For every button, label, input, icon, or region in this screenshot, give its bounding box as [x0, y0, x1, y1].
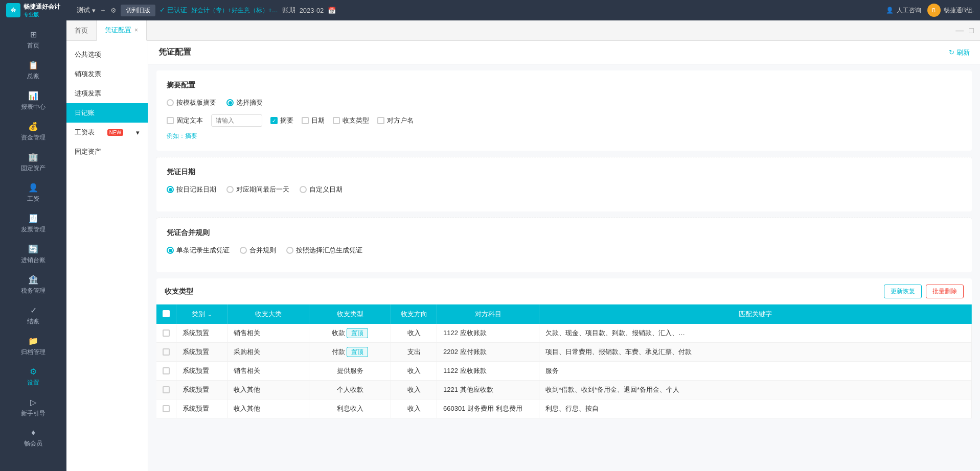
th-major: 收支大类	[227, 304, 309, 324]
checkbox-income-type[interactable]: 收支类型	[333, 116, 369, 125]
expand-icon: ▾	[136, 129, 140, 136]
sidebar-item-payroll[interactable]: 👤 工资	[0, 178, 66, 208]
row-direction: 收入	[391, 399, 437, 418]
sidebar-item-purchase-sale[interactable]: 🔄 进销台账	[0, 239, 66, 270]
sidebar-item-home[interactable]: ⊞ 首页	[0, 25, 66, 55]
invoice-icon: 🧾	[28, 214, 38, 223]
radio-journal-date[interactable]: 按日记账日期	[167, 185, 216, 194]
radio-period-last[interactable]: 对应期间最后一天	[226, 185, 289, 194]
sidebar-item-settings[interactable]: ⚙ 设置	[0, 362, 66, 392]
radio-circle-custom	[300, 186, 307, 193]
update-restore-btn[interactable]: 更新恢复	[884, 285, 922, 298]
left-menu-item-public[interactable]: 公共选项	[66, 45, 148, 64]
consult-btn[interactable]: 👤 人工咨询	[886, 6, 921, 15]
sidebar-item-general-ledger[interactable]: 📋 总账	[0, 55, 66, 86]
row-checkbox-cell[interactable]	[156, 362, 176, 381]
settings-icon[interactable]: ⚙	[110, 7, 117, 14]
batch-delete-btn[interactable]: 批量删除	[926, 285, 964, 298]
radio-merge-rule[interactable]: 合并规则	[240, 246, 276, 255]
user-menu[interactable]: B 畅捷通B组.	[927, 4, 974, 17]
type-tag-btn[interactable]: 置顶	[347, 347, 368, 357]
left-menu-item-salary-table[interactable]: 工资表 NEW ▾	[66, 123, 148, 142]
row-checkbox-cell[interactable]	[156, 399, 176, 418]
row-checkbox[interactable]	[163, 367, 170, 374]
row-checkbox-cell[interactable]	[156, 324, 176, 343]
table-title: 收支类型	[165, 287, 193, 296]
row-category: 系统预置	[176, 399, 227, 418]
row-checkbox[interactable]	[163, 348, 170, 356]
th-checkbox[interactable]	[156, 304, 176, 324]
tab-home[interactable]: 首页	[66, 20, 97, 40]
top-bar-center: 测试 ▾ ＋ ⚙ 切到旧版 ✓ 已认证 好会计（专）+好生意（标）+… 账期 2…	[77, 5, 882, 16]
sidebar-item-label: 发票管理	[21, 225, 45, 234]
plus-icon[interactable]: ＋	[100, 6, 106, 15]
radio-template[interactable]: 按模板版摘要	[167, 98, 216, 107]
sidebar-item-report-center[interactable]: 📊 报表中心	[0, 86, 66, 116]
radio-select[interactable]: 选择摘要	[226, 98, 263, 107]
radio-circle-journal	[167, 186, 174, 193]
summary-config-section: 摘要配置 按模板版摘要 选择摘要	[156, 70, 972, 151]
row-account: 1122 应收账款	[437, 324, 539, 343]
checkbox-summary[interactable]: ✓ 摘要	[270, 116, 293, 125]
table-header-row: 收支类型 更新恢复 批量删除	[156, 278, 972, 304]
product-tags: 好会计（专）+好生意（标）+…	[191, 6, 278, 15]
new-badge: NEW	[107, 129, 123, 136]
radio-single-record[interactable]: 单条记录生成凭证	[167, 246, 230, 255]
row-checkbox-cell[interactable]	[156, 343, 176, 362]
summary-config-title: 摘要配置	[167, 81, 962, 90]
minimize-btn[interactable]: —	[955, 26, 964, 35]
row-checkbox[interactable]	[163, 329, 170, 337]
sort-icon[interactable]: ⌄	[208, 312, 212, 317]
sidebar-item-label: 归档管理	[21, 348, 45, 357]
checkbox-date[interactable]: 日期	[302, 116, 325, 125]
table-row: 系统预置 销售相关 收款 置顶 收入 1122 应收账款 欠款、现金、项目款、到…	[156, 324, 972, 343]
type-tag-btn[interactable]: 置顶	[347, 328, 368, 338]
radio-custom-date[interactable]: 自定义日期	[300, 185, 343, 194]
radio-summary-generate[interactable]: 按照选择汇总生成凭证	[286, 246, 362, 255]
sidebar-item-label: 税务管理	[21, 287, 45, 295]
switch-old-btn[interactable]: 切到旧版	[121, 5, 155, 16]
sidebar-item-label: 首页	[27, 41, 39, 50]
checkbox-opposite-account[interactable]: 对方户名	[377, 116, 414, 125]
row-checkbox[interactable]	[163, 405, 170, 412]
th-keyword: 匹配关键字	[539, 304, 972, 324]
row-checkbox[interactable]	[163, 386, 170, 393]
checkbox-fixed-text[interactable]: 固定文本	[167, 116, 203, 125]
page-title: 凭证配置	[158, 47, 191, 58]
fixed-text-input[interactable]	[211, 114, 262, 127]
left-menu-item-fixed-assets[interactable]: 固定资产	[66, 142, 148, 161]
fixed-assets-icon: 🏢	[28, 152, 38, 162]
sidebar-item-settle[interactable]: ✓ 结账	[0, 300, 66, 331]
app-logo: 会 畅捷通好会计 专业版	[6, 3, 73, 18]
radio-circle-single	[167, 247, 174, 254]
tab-close-icon[interactable]: ×	[134, 27, 138, 34]
sidebar-item-fund-mgmt[interactable]: 💰 资金管理	[0, 116, 66, 147]
left-menu-item-journal[interactable]: 日记账	[66, 103, 148, 123]
sidebar-item-new-guide[interactable]: ▷ 新手引导	[0, 392, 66, 423]
left-menu-item-sales-invoice[interactable]: 销项发票	[66, 64, 148, 84]
row-category: 系统预置	[176, 324, 227, 343]
checkbox-box-income-type	[333, 117, 340, 124]
avatar: B	[927, 4, 941, 17]
master-checkbox[interactable]	[163, 310, 170, 317]
checkbox-row: 固定文本 ✓ 摘要 日期 收支类型	[167, 114, 962, 127]
left-menu: 公共选项 销项发票 进项发票 日记账 工资表 NEW ▾ 固定资产	[66, 41, 148, 471]
sidebar-item-tax-mgmt[interactable]: 🏦 税务管理	[0, 270, 66, 300]
sidebar-item-fixed-assets[interactable]: 🏢 固定资产	[0, 147, 66, 178]
company-dropdown[interactable]: 测试 ▾	[77, 6, 96, 15]
row-direction: 支出	[391, 343, 437, 362]
table-body: 系统预置 销售相关 收款 置顶 收入 1122 应收账款 欠款、现金、项目款、到…	[156, 324, 972, 418]
calendar-icon[interactable]: 📅	[328, 7, 336, 14]
tab-voucher-config[interactable]: 凭证配置 ×	[97, 20, 147, 41]
sidebar-item-member[interactable]: ♦ 畅会员	[0, 423, 66, 453]
sidebar-item-label: 进销台账	[21, 256, 45, 265]
refresh-btn[interactable]: ↻ 刷新	[949, 48, 970, 57]
merge-radio-group: 单条记录生成凭证 合并规则 按照选择汇总生成凭证	[167, 246, 962, 255]
maximize-btn[interactable]: □	[969, 26, 974, 35]
row-keyword: 欠款、现金、项目款、到款、报销款、汇入、…	[539, 324, 972, 343]
row-checkbox-cell[interactable]	[156, 381, 176, 399]
row-type: 付款 置顶	[309, 343, 391, 362]
left-menu-item-purchase-invoice[interactable]: 进项发票	[66, 84, 148, 103]
sidebar-item-invoice-mgmt[interactable]: 🧾 发票管理	[0, 208, 66, 239]
sidebar-item-archive-mgmt[interactable]: 📁 归档管理	[0, 331, 66, 362]
